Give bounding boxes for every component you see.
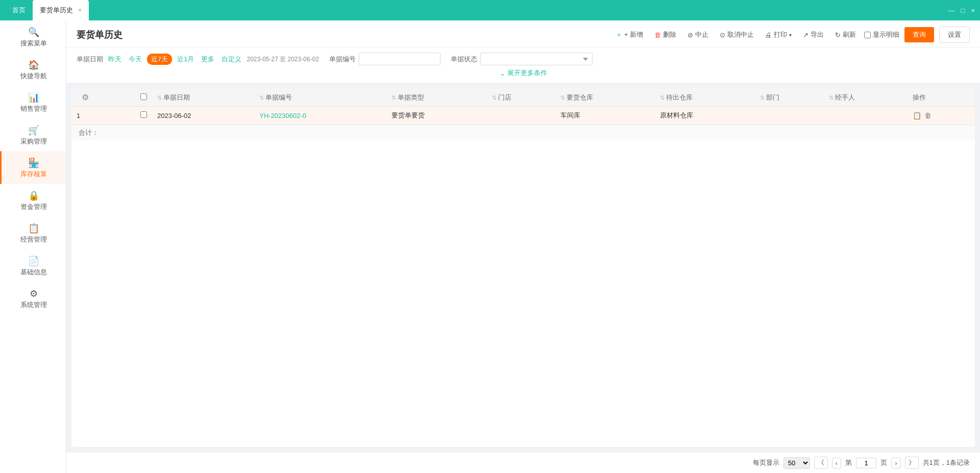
table-footer: 合计： [71, 125, 975, 140]
table-header-row: ⚙ 单据日期 单据编号 单据类型 门店 要货仓库 待出仓库 部门 经手人 操 [71, 88, 975, 107]
th-settings: ⚙ [71, 88, 135, 107]
per-page-label: 每页显示 [753, 458, 779, 467]
shortcut-1month[interactable]: 近1月 [175, 54, 196, 64]
doc-no-input[interactable] [359, 53, 440, 65]
summary-label: 合计： [79, 129, 99, 136]
prev-page-btn[interactable]: ‹ [832, 458, 841, 468]
date-filter: 单据日期 昨天 今天 近7天 近1月 更多 自定义 2023-05-27 至 2… [77, 54, 319, 65]
sidebar-item-basic-info-label: 基础信息 [20, 268, 47, 277]
add-button[interactable]: ＋ + 新增 [612, 28, 646, 41]
settings-button[interactable]: 设置 [939, 27, 970, 43]
row-edit-btn[interactable]: 📋 [913, 111, 921, 120]
doc-no-link[interactable]: YH-20230602-0 [259, 112, 306, 120]
export-button[interactable]: ↗ 导出 [800, 28, 827, 41]
row-delete-btn[interactable]: 🗑 [924, 111, 932, 120]
sidebar-item-sales-mgmt[interactable]: 📊 销售管理 [0, 86, 66, 119]
doc-no-filter: 单据编号 [329, 53, 440, 65]
capital-mgmt-icon: 🔒 [28, 191, 39, 200]
add-label: + 新增 [624, 30, 643, 39]
sales-mgmt-icon: 📊 [28, 93, 39, 102]
tab-home[interactable]: 首页 [5, 0, 33, 20]
requisition-tab-label: 要货单历史 [40, 6, 73, 15]
th-dept[interactable]: 部门 [755, 88, 823, 107]
quick-nav-icon: 🏠 [28, 60, 39, 69]
refresh-button[interactable]: ↻ 刷新 [832, 28, 859, 41]
data-table: ⚙ 单据日期 单据编号 单据类型 门店 要货仓库 待出仓库 部门 经手人 操 [71, 88, 975, 125]
top-bar: 首页 要货单历史 × — □ × [0, 0, 980, 20]
row-ops: 📋 🗑 [908, 107, 975, 125]
stop-button[interactable]: ⊘ 中止 [684, 28, 712, 41]
sidebar-item-capital-mgmt[interactable]: 🔒 资金管理 [0, 184, 66, 217]
th-ops: 操作 [908, 88, 975, 107]
display-detail-toggle[interactable]: 显示明细 [864, 30, 899, 39]
pagination-bar: 每页显示 50 20 100 200 《 ‹ 第 页 › 》 共1页，1条记录 [66, 452, 980, 473]
cancel-stop-button[interactable]: ⊙ 取消中止 [717, 28, 757, 41]
next-page-btn[interactable]: › [891, 458, 900, 468]
maximize-btn[interactable]: □ [961, 7, 965, 14]
filter-row: 单据日期 昨天 今天 近7天 近1月 更多 自定义 2023-05-27 至 2… [77, 53, 970, 65]
minimize-btn[interactable]: — [948, 7, 955, 14]
row-checkbox[interactable] [140, 111, 147, 118]
per-page-select[interactable]: 50 20 100 200 [783, 457, 810, 469]
print-button[interactable]: 🖨 打印 ▾ [762, 28, 795, 41]
export-icon: ↗ [803, 31, 808, 39]
shortcut-custom[interactable]: 自定义 [219, 54, 243, 64]
delete-icon: 🗑 [654, 31, 661, 39]
shortcut-yesterday[interactable]: 昨天 [106, 54, 124, 64]
sidebar-item-operations-mgmt[interactable]: 📋 经营管理 [0, 217, 66, 249]
shortcut-more[interactable]: 更多 [199, 54, 216, 64]
th-doc-type[interactable]: 单据类型 [386, 88, 487, 107]
sidebar-item-system-mgmt[interactable]: ⚙ 系统管理 [0, 282, 66, 315]
current-page-label: 第 [845, 458, 852, 467]
delete-label: 删除 [663, 30, 676, 39]
tab-close-icon[interactable]: × [78, 7, 82, 14]
sidebar-item-sales-mgmt-label: 销售管理 [20, 104, 47, 113]
expand-more-btn[interactable]: ⌄ 展开更多条件 [77, 68, 970, 78]
sidebar-item-quick-nav[interactable]: 🏠 快捷导航 [0, 53, 66, 86]
operations-mgmt-icon: 📋 [28, 224, 39, 233]
shortcut-today[interactable]: 今天 [127, 54, 144, 64]
content-area: 要货单历史 ＋ + 新增 🗑 删除 ⊘ 中止 ⊙ 取消中止 [66, 20, 980, 473]
row-operator [824, 107, 908, 125]
stop-icon: ⊘ [688, 31, 693, 39]
status-label: 单据状态 [451, 55, 477, 64]
row-doc-no: YH-20230602-0 [254, 107, 386, 125]
page-unit-label: 页 [880, 458, 887, 467]
page-header: 要货单历史 ＋ + 新增 🗑 删除 ⊘ 中止 ⊙ 取消中止 [66, 20, 980, 48]
page-number-input[interactable] [856, 458, 876, 468]
close-btn[interactable]: × [971, 7, 975, 14]
status-select[interactable] [480, 53, 593, 65]
purchase-mgmt-icon: 🛒 [28, 126, 39, 135]
sidebar-item-purchase-mgmt-label: 采购管理 [20, 137, 47, 146]
display-detail-checkbox[interactable] [864, 32, 871, 38]
query-button[interactable]: 查询 [904, 27, 934, 42]
shortcut-7days[interactable]: 近7天 [147, 54, 172, 65]
th-out-warehouse[interactable]: 待出仓库 [655, 88, 755, 107]
doc-no-label: 单据编号 [329, 55, 356, 64]
th-store[interactable]: 门店 [487, 88, 555, 107]
sidebar-item-basic-info[interactable]: 📄 基础信息 [0, 249, 66, 282]
tab-requisition-history[interactable]: 要货单历史 × [33, 0, 89, 20]
th-operator[interactable]: 经手人 [824, 88, 908, 107]
print-icon: 🖨 [765, 31, 772, 39]
sidebar-item-search-menu-label: 搜索菜单 [20, 39, 47, 48]
th-req-warehouse[interactable]: 要货仓库 [555, 88, 654, 107]
select-all-checkbox[interactable] [140, 93, 147, 100]
sidebar-item-operations-mgmt-label: 经营管理 [20, 235, 47, 244]
th-date[interactable]: 单据日期 [152, 88, 254, 107]
sidebar-item-search-menu[interactable]: 🔍 搜索菜单 [0, 20, 66, 53]
first-page-btn[interactable]: 《 [814, 457, 828, 469]
add-icon: ＋ [616, 30, 622, 39]
print-label: 打印 [774, 30, 787, 39]
sidebar-item-purchase-mgmt[interactable]: 🛒 采购管理 [0, 119, 66, 151]
table-settings-icon[interactable]: ⚙ [77, 90, 94, 105]
sidebar-item-system-mgmt-label: 系统管理 [20, 300, 47, 310]
cancel-stop-icon: ⊙ [720, 31, 725, 39]
th-doc-no[interactable]: 单据编号 [254, 88, 386, 107]
delete-button[interactable]: 🗑 删除 [651, 28, 679, 41]
sidebar-item-quick-nav-label: 快捷导航 [20, 72, 47, 81]
last-page-btn[interactable]: 》 [905, 457, 919, 469]
sidebar-item-inventory[interactable]: 🏪 库存核算 [0, 151, 66, 184]
export-label: 导出 [811, 30, 824, 39]
date-filter-label: 单据日期 [77, 55, 103, 64]
